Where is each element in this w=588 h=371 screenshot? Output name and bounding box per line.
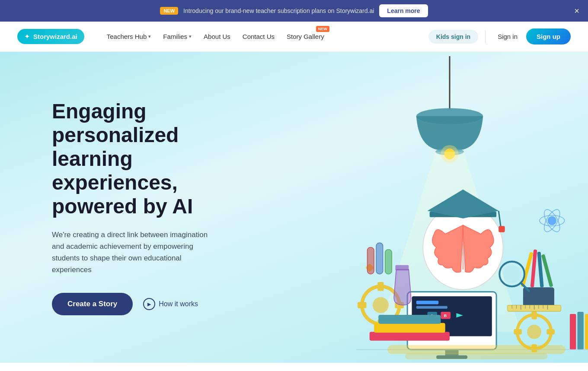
svg-rect-23 <box>546 329 555 334</box>
announcement-text: Introducing our brand-new teacher subscr… <box>183 7 374 14</box>
svg-rect-22 <box>514 329 522 334</box>
nav-story-gallery[interactable]: NEW Story Gallery <box>281 29 329 44</box>
svg-rect-66 <box>585 314 588 349</box>
how-it-works-label: How it works <box>159 300 198 308</box>
logo-pill: ✦ Storywizard.ai <box>17 29 84 44</box>
wand-icon: ✦ <box>24 32 30 41</box>
svg-rect-55 <box>374 323 445 333</box>
nav-families[interactable]: Families ▾ <box>158 29 197 44</box>
svg-line-9 <box>499 211 501 227</box>
svg-point-12 <box>373 297 389 313</box>
nav-teachers-hub-label: Teachers Hub <box>107 33 147 40</box>
nav-families-label: Families <box>163 33 187 40</box>
announcement-banner: NEW Introducing our brand-new teacher su… <box>0 0 588 22</box>
create-story-button[interactable]: Create a Story <box>52 293 133 315</box>
nav-teachers-hub[interactable]: Teachers Hub ▾ <box>102 29 157 44</box>
play-icon: ▶ <box>143 298 155 310</box>
logo[interactable]: ✦ Storywizard.ai <box>17 29 84 44</box>
svg-rect-26 <box>416 301 438 304</box>
nav-contact-us-label: Contact Us <box>243 33 275 40</box>
svg-rect-35 <box>368 247 374 274</box>
svg-rect-10 <box>499 226 505 232</box>
hero-content: Engaging personalized learning experienc… <box>0 73 268 342</box>
hero-section: Engaging personalized learning experienc… <box>0 52 588 363</box>
svg-rect-38 <box>395 265 409 270</box>
svg-rect-65 <box>577 312 583 350</box>
signin-button[interactable]: Sign in <box>492 29 523 44</box>
nav-story-gallery-label: Story Gallery <box>287 33 324 40</box>
hero-actions: Create a Story ▶ How it works <box>52 293 216 315</box>
nav-actions: Kids sign in Sign in Sign up <box>428 29 571 44</box>
svg-rect-36 <box>376 243 383 274</box>
nav-contact-us[interactable]: Contact Us <box>237 29 280 44</box>
hero-title: Engaging personalized learning experienc… <box>52 99 216 219</box>
education-illustration: A B <box>298 52 588 363</box>
svg-rect-27 <box>416 306 447 309</box>
svg-rect-69 <box>405 353 547 359</box>
svg-rect-37 <box>385 250 392 274</box>
hero-illustration: A B <box>298 52 588 363</box>
svg-rect-13 <box>377 282 383 291</box>
nav-about-us-label: About Us <box>204 33 230 40</box>
svg-point-19 <box>527 325 541 339</box>
navbar: ✦ Storywizard.ai Teachers Hub ▾ Families… <box>0 22 588 52</box>
nav-divider <box>485 30 486 43</box>
svg-text:B: B <box>444 314 447 318</box>
close-banner-button[interactable]: × <box>574 6 579 15</box>
svg-rect-20 <box>531 311 537 320</box>
chevron-down-icon: ▾ <box>189 34 192 39</box>
how-it-works-button[interactable]: ▶ How it works <box>143 298 198 310</box>
learn-more-button[interactable]: Learn more <box>379 4 428 17</box>
nav-about-us[interactable]: About Us <box>198 29 236 44</box>
svg-point-58 <box>503 265 521 283</box>
new-badge: NEW <box>160 7 178 15</box>
svg-rect-15 <box>358 302 367 308</box>
new-badge-gallery: NEW <box>316 26 329 32</box>
svg-rect-68 <box>387 345 566 354</box>
kids-signin-button[interactable]: Kids sign in <box>428 30 478 44</box>
chevron-down-icon: ▾ <box>148 34 151 39</box>
svg-point-60 <box>547 216 556 225</box>
hero-description: We're creating a direct link between ima… <box>52 229 216 276</box>
nav-links: Teachers Hub ▾ Families ▾ About Us Conta… <box>102 29 428 44</box>
signup-button[interactable]: Sign up <box>526 29 571 44</box>
svg-rect-56 <box>378 315 441 324</box>
svg-rect-54 <box>370 332 450 341</box>
logo-text: Storywizard.ai <box>33 33 77 40</box>
svg-rect-64 <box>570 314 576 349</box>
